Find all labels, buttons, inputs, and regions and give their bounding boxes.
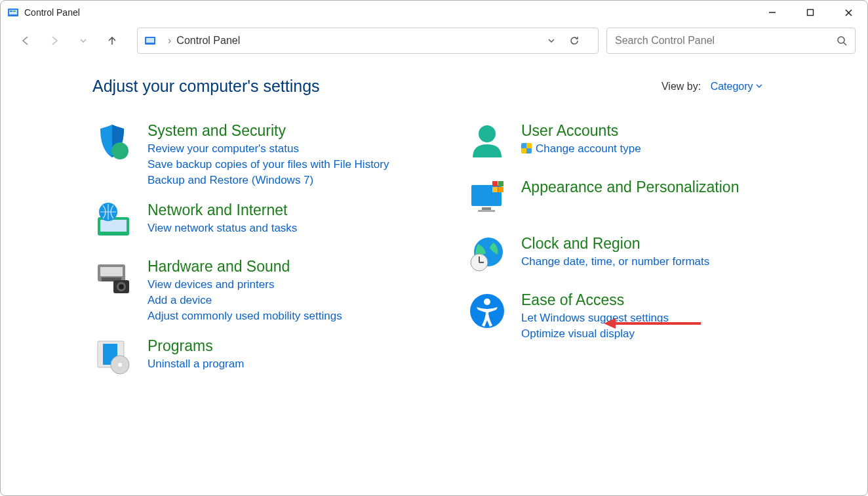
left-column: System and Security Review your computer… [92,122,427,394]
sub-link[interactable]: Change date, time, or number formats [521,255,709,268]
programs-disc-icon [92,337,134,379]
close-button[interactable] [829,1,867,24]
category-system-security: System and Security Review your computer… [92,122,427,187]
minimize-button[interactable] [753,1,791,24]
sub-link[interactable]: View network status and tasks [148,222,297,235]
control-panel-mini-icon [144,35,156,47]
category-title[interactable]: System and Security [148,122,389,140]
shield-icon [92,122,134,164]
view-by: View by: Category [661,81,762,93]
svg-line-11 [844,43,846,45]
category-title[interactable]: Network and Internet [148,201,297,219]
sub-link[interactable]: Let Windows suggest settings [521,312,669,325]
category-title[interactable]: Ease of Access [521,291,669,309]
svg-point-25 [118,363,122,367]
right-column: User Accounts Change account type Appear… [466,122,800,394]
category-programs: Programs Uninstall a program [92,337,427,379]
category-title[interactable]: Clock and Region [521,235,709,253]
accessibility-icon [466,291,508,333]
maximize-button[interactable] [791,1,829,24]
svg-rect-14 [100,220,127,232]
sub-link[interactable]: Adjust commonly used mobility settings [148,310,342,323]
view-by-dropdown[interactable]: Category [711,81,762,92]
category-appearance: Appearance and Personalization [466,178,800,220]
svg-rect-32 [492,187,498,192]
search-box[interactable] [606,28,856,54]
refresh-button[interactable] [569,35,591,46]
svg-rect-9 [146,38,154,43]
user-icon [466,122,508,164]
svg-rect-29 [478,210,495,212]
up-button[interactable] [99,28,125,54]
category-user-accounts: User Accounts Change account type [466,122,800,164]
category-title[interactable]: Hardware and Sound [148,258,342,276]
sub-link[interactable]: View devices and printers [148,278,342,291]
svg-rect-5 [808,10,814,16]
sub-link[interactable]: Save backup copies of your files with Fi… [148,158,389,171]
recent-locations-button[interactable] [70,28,96,54]
svg-point-21 [119,284,124,289]
category-title[interactable]: User Accounts [521,122,641,140]
category-hardware: Hardware and Sound View devices and prin… [92,258,427,323]
svg-rect-2 [10,10,12,12]
titlebar: Control Panel [1,1,867,24]
printer-camera-icon [92,258,134,300]
search-input[interactable] [615,35,837,47]
view-by-label: View by: [661,81,701,92]
sub-link[interactable]: Change account type [521,142,641,155]
category-title[interactable]: Programs [148,337,244,355]
svg-point-10 [838,37,844,43]
forward-button[interactable] [41,28,68,54]
svg-rect-30 [492,181,498,186]
svg-point-26 [479,125,496,142]
svg-point-12 [111,142,128,159]
address-bar[interactable]: › Control Panel [137,28,599,54]
address-dropdown-button[interactable] [547,36,569,45]
category-ease-of-access: Ease of Access Let Windows suggest setti… [466,291,800,341]
search-icon [837,35,847,46]
sub-link[interactable]: Uninstall a program [148,358,244,371]
globe-monitor-icon [92,201,134,243]
svg-point-39 [484,299,490,305]
breadcrumb-sep: › [168,35,171,47]
category-network: Network and Internet View network status… [92,201,427,243]
nav-toolbar: › Control Panel [1,24,867,57]
sub-link[interactable]: Add a device [148,294,342,307]
svg-rect-17 [100,267,123,276]
globe-clock-icon [466,235,508,277]
control-panel-icon [7,7,19,18]
breadcrumb-location[interactable]: Control Panel [176,35,240,47]
back-button[interactable] [12,28,39,54]
category-clock-region: Clock and Region Change date, time, or n… [466,235,800,277]
page-title: Adjust your computer's settings [92,77,320,96]
content-area: Adjust your computer's settings View by:… [1,57,867,394]
svg-rect-31 [498,181,503,186]
svg-rect-33 [498,187,503,192]
category-title[interactable]: Appearance and Personalization [521,178,739,196]
monitor-tiles-icon [466,178,508,220]
sub-link[interactable]: Review your computer's status [148,142,389,155]
svg-rect-28 [482,207,491,210]
svg-rect-3 [13,10,16,12]
sub-link[interactable]: Backup and Restore (Windows 7) [148,174,389,187]
sub-link[interactable]: Optimize visual display [521,327,669,341]
window-controls [753,1,867,24]
window-title: Control Panel [24,7,80,18]
